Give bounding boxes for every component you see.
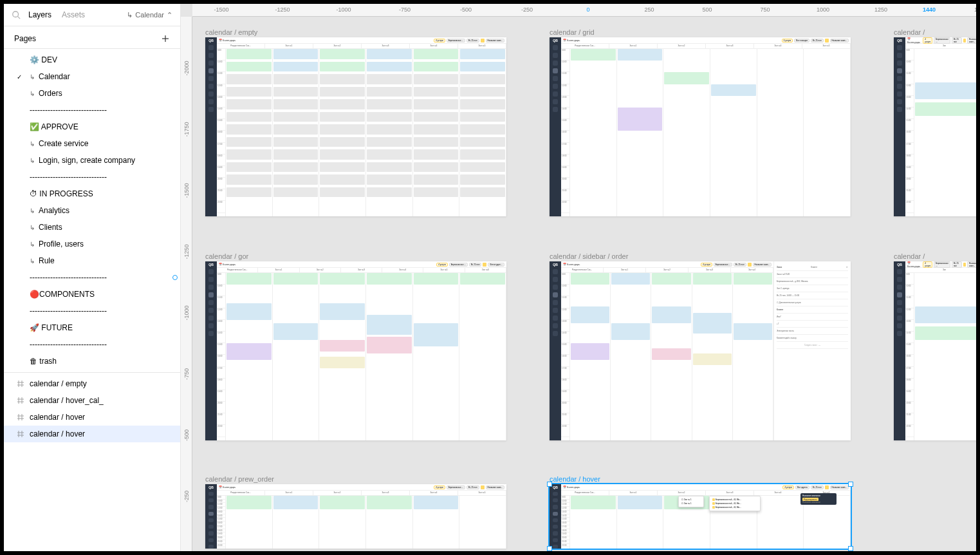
- frame-hash-icon: [17, 397, 24, 404]
- frame-icon: ↳: [30, 73, 35, 80]
- breadcrumb-label: Calendar: [135, 11, 164, 19]
- frame-icon: ↳: [30, 241, 35, 248]
- frame-label[interactable]: calendar /: [894, 28, 925, 36]
- selection-handle[interactable]: [848, 546, 853, 551]
- frame-label[interactable]: calendar /: [894, 252, 925, 260]
- frame-hash-icon: [17, 430, 24, 438]
- svg-line-1: [18, 17, 21, 19]
- page-item[interactable]: ------------------------------: [4, 336, 180, 353]
- page-label: ------------------------------: [30, 306, 107, 315]
- selection-handle[interactable]: [547, 546, 552, 551]
- ruler-tick: -1000: [336, 6, 351, 13]
- frame-label[interactable]: calendar / prew_order: [205, 475, 274, 483]
- frame-gor[interactable]: QB 📅 Календарь 4 услугиБережковская ... …: [205, 261, 506, 440]
- frame-hash-icon: [17, 413, 24, 421]
- page-item[interactable]: 🗑 trash: [4, 353, 180, 370]
- page-item[interactable]: ↳Profile, users: [4, 236, 180, 252]
- page-item[interactable]: ------------------------------: [4, 169, 180, 185]
- ruler-tick: -1750: [183, 122, 190, 136]
- search-icon[interactable]: [12, 10, 21, 19]
- ruler-tick: -1000: [183, 305, 190, 320]
- ruler-horizontal: -1500-1250-1000-750-500-2500250500750100…: [192, 4, 976, 17]
- page-item[interactable]: ↳Login, sign, create company: [4, 152, 180, 169]
- frame-label[interactable]: calendar / grid: [550, 28, 595, 36]
- ruler-tick: -250: [521, 6, 533, 13]
- page-label: ------------------------------: [30, 106, 107, 115]
- ruler-tick: -250: [183, 491, 190, 502]
- page-item[interactable]: 🔴COMPONENTS: [4, 286, 180, 303]
- pages-list: ⚙️ DEV✓↳Calendar↳Orders-----------------…: [4, 49, 180, 372]
- frame-grid[interactable]: QB 📅 Календарь 4 услугиВсе локации Вт, 2…: [550, 37, 851, 216]
- layer-item[interactable]: calendar / hover: [4, 426, 180, 442]
- pages-title: Pages: [14, 34, 36, 43]
- page-item[interactable]: ↳Clients: [4, 219, 180, 236]
- frame-icon: ↳: [127, 11, 133, 19]
- page-item[interactable]: ✅ APPROVE: [4, 118, 180, 135]
- page-label: Analytics: [39, 206, 69, 215]
- layers-list: calendar / emptycalendar / hover_cal_cal…: [4, 372, 180, 551]
- page-item[interactable]: ⏱ IN PROGRESS: [4, 185, 180, 202]
- page-item[interactable]: ------------------------------: [4, 102, 180, 118]
- panel-resize-handle[interactable]: [172, 275, 178, 280]
- page-item[interactable]: ✓↳Calendar: [4, 68, 180, 85]
- frame-edge1[interactable]: QB 📅 Календарь 4 услугиБережковская ... …: [894, 37, 976, 216]
- page-label: Clients: [39, 223, 62, 232]
- layer-label: calendar / hover: [30, 429, 85, 438]
- frame-icon: ↳: [30, 207, 35, 214]
- canvas[interactable]: -1500-1250-1000-750-500-2500250500750100…: [181, 4, 976, 551]
- frame-empty[interactable]: QB 📅 Календарь 4 услугиБережковская ... …: [205, 37, 506, 216]
- frame-hash-icon: [17, 380, 24, 388]
- page-label: ⚙️ DEV: [30, 55, 57, 64]
- page-label: Login, sign, create company: [39, 156, 135, 165]
- frame-icon: ↳: [30, 224, 35, 231]
- frame-edge2[interactable]: QB 📅 Календарь 4 услугиБережковская ... …: [894, 261, 976, 440]
- selection-handle[interactable]: [547, 482, 552, 487]
- ruler-tick: 750: [760, 6, 770, 13]
- selection-handle[interactable]: [848, 482, 853, 487]
- ruler-tick: -2000: [183, 61, 190, 75]
- frame-label[interactable]: calendar / empty: [205, 28, 257, 36]
- page-label: Orders: [39, 89, 62, 98]
- page-item[interactable]: ------------------------------: [4, 303, 180, 319]
- layer-item[interactable]: calendar / hover_cal_: [4, 392, 180, 409]
- layer-item[interactable]: calendar / empty: [4, 375, 180, 392]
- page-item[interactable]: ↳Orders: [4, 85, 180, 102]
- frame-label[interactable]: calendar / hover: [550, 475, 600, 483]
- page-item[interactable]: ↳Create service: [4, 135, 180, 152]
- page-label: 🗑 trash: [30, 357, 57, 366]
- layer-item[interactable]: calendar / hover: [4, 409, 180, 426]
- tab-layers[interactable]: Layers: [26, 9, 54, 21]
- layer-label: calendar / hover_cal_: [30, 396, 104, 405]
- page-label: ✅ APPROVE: [30, 122, 79, 131]
- page-item[interactable]: ↳Rule: [4, 252, 180, 269]
- page-item[interactable]: ↳Analytics: [4, 202, 180, 219]
- ruler-tick: -1250: [183, 244, 190, 259]
- frame-hover[interactable]: QB 📅 Календарь 4 услугиВсе адреса Вт, 25…: [550, 484, 851, 549]
- page-label: 🔴COMPONENTS: [30, 290, 95, 299]
- page-label: ------------------------------: [30, 173, 107, 182]
- page-item[interactable]: ------------------------------: [4, 269, 180, 286]
- ruler-tick: 1440: [923, 6, 936, 13]
- ruler-tick: -500: [183, 429, 190, 441]
- page-label: ------------------------------: [30, 273, 107, 282]
- pages-header: Pages: [4, 26, 180, 49]
- frame-label[interactable]: calendar / gor: [205, 252, 248, 260]
- ruler-tick: -500: [460, 6, 472, 13]
- layer-label: calendar / hover: [30, 413, 85, 422]
- tab-assets[interactable]: Assets: [59, 9, 88, 21]
- ruler-tick: 1000: [817, 6, 829, 13]
- frame-prew[interactable]: QB 📅 Календарь 4 услугиБережковская ... …: [205, 484, 506, 549]
- add-page-icon[interactable]: [161, 34, 170, 43]
- ruler-tick: -1250: [275, 6, 290, 13]
- frame-icon: ↳: [30, 90, 35, 97]
- svg-point-0: [13, 12, 19, 17]
- breadcrumb-selector[interactable]: ↳ Calendar ⌃: [127, 11, 172, 19]
- ruler-tick: 250: [644, 6, 654, 13]
- ruler-tick: -750: [399, 6, 411, 13]
- page-item[interactable]: 🚀 FUTURE: [4, 319, 180, 336]
- frame-sidebar[interactable]: QB 📅 Календарь 4 услугиБережковская ... …: [550, 261, 851, 440]
- frame-label[interactable]: calendar / sidebar / order: [550, 252, 628, 260]
- page-item[interactable]: ⚙️ DEV: [4, 52, 180, 68]
- ruler-tick: 0: [586, 6, 589, 13]
- canvas-area[interactable]: calendar / emptyQB 📅 Календарь 4 услугиБ…: [192, 17, 976, 551]
